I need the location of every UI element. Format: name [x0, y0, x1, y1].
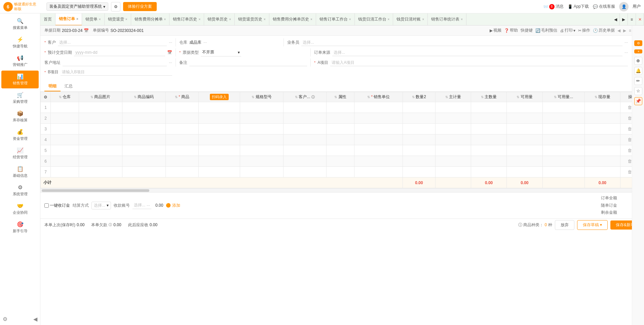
- row-spec[interactable]: [240, 113, 283, 124]
- row-attribute[interactable]: [326, 134, 354, 145]
- tab-sales-order-history[interactable]: 销售订单历史 ×: [169, 13, 204, 26]
- row-customer-field[interactable]: [283, 124, 326, 134]
- tab-close-icon3[interactable]: ×: [125, 17, 127, 21]
- row-customer-field[interactable]: [283, 134, 326, 145]
- row-product[interactable]: [165, 145, 199, 156]
- help-action[interactable]: ❓ 帮助: [504, 28, 518, 33]
- tab-invoice-history[interactable]: 销货单历史 ×: [204, 13, 235, 26]
- sidebar-item-inventory[interactable]: 📦 库存核算: [1, 108, 39, 125]
- tab-close-icon10[interactable]: ×: [388, 17, 390, 21]
- sidebar-collapse-icon[interactable]: ◀: [33, 316, 37, 322]
- row-product-code[interactable]: [122, 102, 165, 113]
- shortcut-action[interactable]: 快捷键: [521, 28, 533, 33]
- row-attribute[interactable]: [326, 113, 354, 124]
- row-product[interactable]: [165, 167, 199, 177]
- row-product-code[interactable]: [122, 145, 165, 156]
- profit-forecast-action[interactable]: 🔄 毛利预估: [535, 28, 557, 33]
- tab-daily-workbench[interactable]: 钱货日清工作台 ×: [355, 13, 393, 26]
- tab-next-btn[interactable]: ▶: [620, 13, 628, 26]
- row-quantity2[interactable]: [403, 124, 435, 134]
- right-panel-icon3[interactable]: ✏: [634, 77, 642, 85]
- row-main-qty[interactable]: [471, 167, 506, 177]
- row-sales-unit[interactable]: [354, 167, 403, 177]
- row-warehouse[interactable]: [51, 124, 79, 134]
- customer-more-icon[interactable]: ···: [169, 40, 172, 45]
- scroll-bar-area[interactable]: [40, 188, 644, 192]
- notification-btn[interactable]: 📨 8 消息: [543, 4, 564, 9]
- tab-menu-btn[interactable]: ≡: [628, 13, 636, 26]
- sidebar-item-system[interactable]: ⚙ 系统管理: [1, 181, 39, 199]
- tab-close-icon9[interactable]: ×: [349, 17, 351, 21]
- row-product-code[interactable]: [122, 134, 165, 145]
- right-panel-icon4[interactable]: ☆: [634, 87, 642, 95]
- staff-input[interactable]: [301, 39, 622, 46]
- delete-icon[interactable]: 🗑: [628, 137, 632, 142]
- settings-side-btn[interactable]: ⚙设置: [634, 40, 642, 46]
- row-main-qty[interactable]: [471, 145, 506, 156]
- row-product[interactable]: [165, 124, 199, 134]
- settings-gear-btn[interactable]: ⚙: [111, 2, 120, 11]
- tab-close-icon4[interactable]: ×: [164, 17, 166, 21]
- row-sales-unit[interactable]: [354, 156, 403, 167]
- row-quantity2[interactable]: [403, 102, 435, 113]
- preview-action[interactable]: ▶ 视频: [490, 28, 501, 33]
- system-selector[interactable]: 装备及固定资产辅助管理系统 ▾: [46, 2, 108, 11]
- row-customer-field[interactable]: [283, 156, 326, 167]
- row-spec[interactable]: [240, 145, 283, 156]
- sidebar-item-basics[interactable]: 📋 基础信息: [1, 163, 39, 181]
- row-main-qty[interactable]: [471, 124, 506, 134]
- tab-close-icon2[interactable]: ×: [99, 17, 101, 21]
- row-product-code[interactable]: [122, 124, 165, 134]
- row-main-qty[interactable]: [471, 156, 506, 167]
- tab-summary[interactable]: 汇总: [61, 82, 77, 91]
- tab-order-workbench[interactable]: 销售订单工作台 ×: [316, 13, 355, 26]
- print-action[interactable]: 🖨 打印 ▾: [560, 28, 575, 33]
- row-attribute[interactable]: [326, 156, 354, 167]
- row-sales-unit[interactable]: [354, 145, 403, 156]
- delete-icon[interactable]: 🗑: [628, 159, 632, 164]
- row-spec[interactable]: [240, 156, 283, 167]
- tab-return-history[interactable]: 销货退货历史 ×: [235, 13, 269, 26]
- row-quantity2[interactable]: [403, 156, 435, 167]
- order-source-more-icon[interactable]: ···: [624, 50, 628, 55]
- discard-btn[interactable]: 放弃: [555, 220, 574, 230]
- delivery-calendar-icon[interactable]: 📅: [167, 50, 172, 55]
- quick-settle-checkbox[interactable]: 一键收订金: [44, 203, 70, 208]
- nav-next-icon[interactable]: ▶: [623, 28, 626, 33]
- b-project-input[interactable]: [61, 69, 172, 76]
- sidebar-item-collab[interactable]: 🤝 企业协同: [1, 200, 39, 218]
- row-attribute[interactable]: [326, 145, 354, 156]
- row-sales-unit[interactable]: [354, 113, 403, 124]
- sidebar-item-finance[interactable]: 💰 资金管理: [1, 126, 39, 144]
- warehouse-more-icon[interactable]: ···: [203, 40, 207, 45]
- delete-icon[interactable]: 🗑: [628, 105, 632, 110]
- quick-settle-check[interactable]: [44, 203, 49, 208]
- row-quantity2[interactable]: [403, 134, 435, 145]
- scroll-inner[interactable]: [42, 189, 149, 192]
- tab-sales-stats[interactable]: 销售订单统计表 ×: [428, 13, 466, 26]
- tab-home[interactable]: 首页: [40, 13, 55, 26]
- delete-icon[interactable]: 🗑: [628, 116, 632, 121]
- row-customer-field[interactable]: [283, 113, 326, 124]
- add-btn[interactable]: 🟠 添加: [166, 203, 180, 208]
- row-main-qty[interactable]: [471, 113, 506, 124]
- tab-sales-return[interactable]: 销货退货 ×: [105, 13, 131, 26]
- row-quantity2[interactable]: [403, 145, 435, 156]
- customer-input[interactable]: [58, 39, 167, 46]
- tab-close-icon5[interactable]: ×: [198, 17, 200, 21]
- row-sales-unit[interactable]: [354, 102, 403, 113]
- online-service-btn[interactable]: 💬 在线客服: [593, 4, 615, 9]
- row-spec[interactable]: [240, 124, 283, 134]
- address-more-icon[interactable]: ···: [169, 60, 172, 65]
- row-warehouse[interactable]: [51, 145, 79, 156]
- tab-sales-invoice[interactable]: 销货单 ×: [82, 13, 105, 26]
- row-product[interactable]: [165, 102, 199, 113]
- row-spec[interactable]: [240, 167, 283, 177]
- list-view-icon[interactable]: ≡: [629, 28, 631, 33]
- tab-close-icon12[interactable]: ×: [461, 17, 463, 21]
- sidebar-item-quicknav[interactable]: ⚡ 快捷导航: [1, 34, 39, 51]
- row-customer-field[interactable]: [283, 102, 326, 113]
- right-panel-icon5[interactable]: 📌: [634, 97, 642, 105]
- row-warehouse[interactable]: [51, 134, 79, 145]
- sidebar-item-operations[interactable]: 📈 经营管理: [1, 145, 39, 162]
